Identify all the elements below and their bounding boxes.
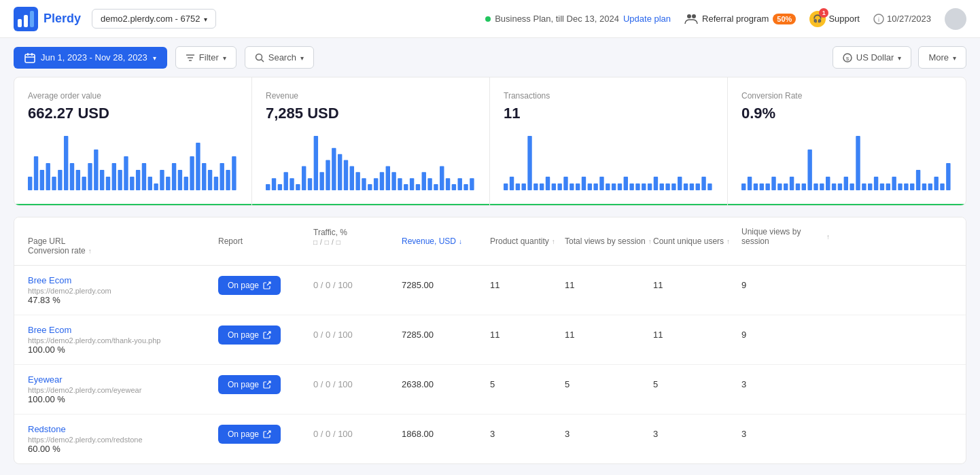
currency-button[interactable]: $ US Dollar [833, 46, 912, 69]
svg-rect-76 [398, 178, 402, 190]
svg-rect-68 [350, 166, 354, 190]
svg-rect-115 [660, 183, 664, 190]
svg-rect-99 [563, 177, 567, 190]
svg-rect-64 [326, 160, 330, 190]
date-range-button[interactable]: Jun 1, 2023 - Nov 28, 2023 [14, 47, 167, 69]
stat-green-line-0 [14, 204, 251, 205]
svg-rect-23 [52, 177, 56, 190]
update-plan-link[interactable]: Update plan [623, 14, 671, 24]
col-product-qty[interactable]: Product quantity ↑ [490, 236, 565, 246]
svg-rect-130 [777, 183, 782, 190]
svg-rect-84 [446, 178, 450, 190]
svg-rect-44 [178, 170, 182, 190]
on-page-button[interactable]: On page [218, 425, 281, 444]
svg-rect-123 [707, 183, 712, 190]
search-button[interactable]: Search [245, 46, 314, 69]
svg-rect-21 [40, 170, 44, 190]
svg-rect-108 [618, 183, 622, 190]
stat-label-1: Revenue [266, 91, 476, 101]
table-header: Page URL Report Traffic, % □ / □ / □ Rev… [14, 217, 966, 266]
traffic-cell: 0 / 0 / 100 [313, 330, 402, 340]
date-chevron [153, 52, 156, 63]
table-row: Bree Ecom https://demo2.plerdy.com On pa… [14, 266, 966, 315]
stat-card-1: Revenue 7,285 USD [252, 77, 490, 205]
page-name[interactable]: Redstone [28, 424, 218, 434]
svg-rect-138 [826, 177, 830, 190]
currency-icon: $ [843, 53, 852, 63]
product-qty-cell: 5 [490, 379, 565, 389]
referral-program[interactable]: Referral program 50% [684, 13, 796, 25]
product-qty-cell: 11 [490, 280, 565, 290]
page-url: https://demo2.plerdy.com [28, 287, 218, 295]
page-name[interactable]: Eyewear [28, 374, 218, 385]
unique-views-cell: 9 [741, 330, 830, 340]
svg-rect-74 [386, 166, 390, 190]
svg-rect-149 [892, 177, 896, 190]
revenue-cell: 7285.00 [402, 280, 490, 290]
logo[interactable]: Plerdy [14, 7, 81, 31]
svg-rect-2 [24, 15, 28, 27]
unique-views-sort-icon: ↑ [826, 233, 830, 241]
svg-rect-111 [635, 183, 640, 190]
support-link[interactable]: 🎧 1 Support [809, 11, 860, 27]
stat-label-3: Conversion Rate [741, 91, 952, 101]
on-page-button[interactable]: On page [218, 375, 281, 394]
col-unique-views[interactable]: Unique views by session ↑ [741, 227, 830, 246]
svg-rect-102 [582, 177, 586, 190]
filter-button[interactable]: Filter [175, 46, 237, 69]
svg-rect-116 [665, 183, 669, 190]
table-section: Page URL Report Traffic, % □ / □ / □ Rev… [14, 217, 966, 464]
col-conversion[interactable]: Conversion rate ↑ [28, 246, 218, 256]
svg-rect-45 [184, 177, 188, 190]
svg-rect-134 [802, 183, 806, 190]
col-total-views[interactable]: Total views by session ↑ [565, 236, 653, 246]
page-info: Bree Ecom https://demo2.plerdy.com/thank… [28, 325, 218, 345]
more-button[interactable]: More [918, 46, 966, 69]
svg-rect-93 [527, 136, 531, 190]
site-selector[interactable]: demo2.plerdy.com - 6752 [92, 9, 216, 29]
unique-views-cell: 9 [741, 280, 830, 290]
svg-rect-42 [166, 177, 170, 190]
filter-chevron [223, 52, 226, 63]
svg-rect-56 [278, 184, 282, 190]
svg-rect-148 [886, 183, 890, 190]
svg-rect-146 [874, 177, 878, 190]
stat-chart-3 [741, 130, 952, 192]
svg-rect-30 [94, 149, 98, 190]
conversion-cell: 60.00 % [28, 444, 218, 454]
svg-rect-67 [344, 160, 348, 190]
svg-rect-55 [272, 178, 276, 190]
stat-value-2: 11 [504, 105, 714, 122]
table-row: Redstone https://demo2.plerdy.com/redsto… [14, 415, 966, 463]
svg-rect-113 [648, 183, 652, 190]
svg-rect-51 [220, 163, 224, 190]
traffic-cell: 0 / 0 / 100 [313, 280, 402, 290]
svg-rect-20 [34, 156, 38, 190]
col-revenue[interactable]: Revenue, USD ↓ [402, 236, 490, 246]
on-page-button[interactable]: On page [218, 276, 281, 295]
external-link-icon [263, 281, 271, 289]
external-link-icon [263, 331, 271, 339]
page-name[interactable]: Bree Ecom [28, 325, 218, 335]
svg-rect-89 [504, 183, 508, 190]
svg-rect-40 [154, 183, 158, 190]
svg-rect-36 [130, 177, 134, 190]
svg-rect-58 [290, 178, 294, 190]
svg-rect-145 [868, 183, 872, 190]
page-url: https://demo2.plerdy.com/eyewear [28, 386, 218, 394]
stat-label-0: Average order value [28, 91, 238, 101]
svg-rect-81 [427, 178, 432, 190]
col-unique-users[interactable]: Count unique users ↑ [653, 236, 741, 246]
plan-dot [485, 16, 491, 22]
on-page-button[interactable]: On page [218, 326, 281, 345]
svg-rect-80 [422, 172, 426, 190]
page-name[interactable]: Bree Ecom [28, 275, 218, 285]
stat-chart-0 [28, 130, 238, 192]
svg-rect-125 [748, 177, 752, 190]
svg-rect-27 [76, 170, 80, 190]
referral-icon [684, 13, 698, 25]
user-avatar[interactable] [945, 8, 966, 30]
svg-rect-71 [368, 184, 372, 190]
product-qty-sort-icon: ↑ [552, 238, 555, 245]
svg-rect-77 [404, 184, 408, 190]
